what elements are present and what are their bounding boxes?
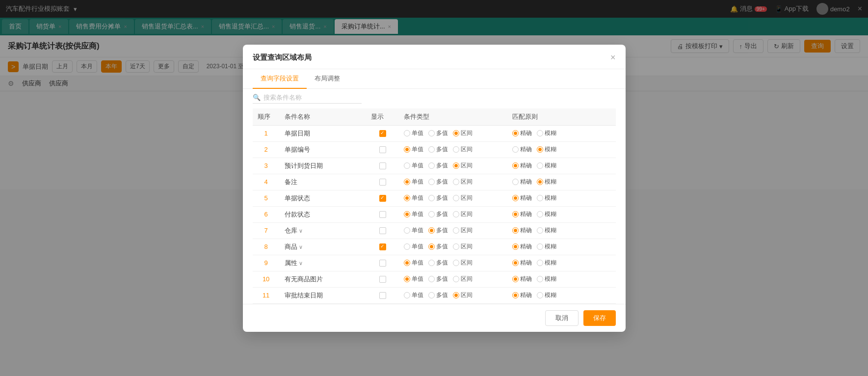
- row-1-match-精确[interactable]: 精确: [512, 129, 532, 137]
- row-3-match-模糊[interactable]: 模糊: [537, 161, 556, 170]
- row-4-match-模糊[interactable]: 模糊: [537, 178, 556, 186]
- row-4-name: 备注: [280, 174, 367, 189]
- row-4-match-精确-dot: [512, 179, 519, 185]
- row-1-type-区间[interactable]: 区间: [453, 129, 473, 137]
- row-4-type-group: 单值多值区间: [404, 178, 502, 186]
- modal-table-wrap: 顺序 条件名称 显示 条件类型 匹配原则 1单据日期单值多值区间精确模糊2单据编…: [243, 108, 626, 190]
- row-3-match-模糊-label: 模糊: [545, 161, 556, 170]
- row-1-type-区间-dot: [453, 130, 459, 136]
- row-4-order: 4: [253, 174, 280, 189]
- row-4-show-checkbox[interactable]: [379, 179, 386, 186]
- row-2-type-区间[interactable]: 区间: [453, 145, 473, 154]
- row-1-type-单值-label: 单值: [412, 129, 423, 137]
- row-3-type-区间[interactable]: 区间: [453, 161, 473, 170]
- row-1-type-多值-label: 多值: [436, 129, 448, 137]
- modal-tab-layout-label: 布局调整: [315, 75, 340, 82]
- row-1-match-模糊-label: 模糊: [545, 129, 556, 137]
- row-1-match-精确-label: 精确: [520, 129, 532, 137]
- modal-search-area: 🔍: [243, 89, 626, 108]
- row-2-match-模糊[interactable]: 模糊: [537, 145, 556, 154]
- row-4-order-num: 4: [264, 178, 267, 186]
- col-type-header: 条件类型: [399, 108, 507, 126]
- row-2-name: 单据编号: [280, 141, 367, 158]
- row-2-type-多值[interactable]: 多值: [428, 145, 448, 154]
- row-1-match-cell: 精确模糊: [507, 125, 616, 141]
- row-2-match-精确[interactable]: 精确: [512, 145, 532, 154]
- row-3-type-单值[interactable]: 单值: [404, 161, 423, 170]
- table-row: 4备注单值多值区间精确模糊: [253, 174, 616, 189]
- row-1-order-num: 1: [264, 130, 267, 137]
- row-1-type-group: 单值多值区间: [404, 129, 502, 137]
- row-4-type-单值-dot: [404, 179, 410, 185]
- row-2-type-多值-label: 多值: [436, 145, 448, 154]
- row-4-match-精确[interactable]: 精确: [512, 178, 532, 186]
- row-1-type-单值-dot: [404, 130, 410, 136]
- row-2-type-group: 单值多值区间: [404, 145, 502, 154]
- row-3-type-单值-label: 单值: [412, 161, 423, 170]
- row-3-type-单值-dot: [404, 162, 410, 169]
- row-4-match-精确-label: 精确: [520, 178, 532, 186]
- row-3-type-多值[interactable]: 多值: [428, 161, 448, 170]
- row-3-match-group: 精确模糊: [512, 161, 611, 170]
- modal-overlay: 设置查询区域布局 × 查询字段设置 布局调整 🔍 顺序: [0, 0, 868, 189]
- row-1-show-checkbox[interactable]: [379, 130, 386, 137]
- row-1-match-group: 精确模糊: [512, 129, 611, 137]
- row-3-match-cell: 精确模糊: [507, 158, 616, 174]
- row-1-type-单值[interactable]: 单值: [404, 129, 423, 137]
- row-2-show-cell: [366, 141, 398, 158]
- row-3-type-group: 单值多值区间: [404, 161, 502, 170]
- modal-header: 设置查询区域布局 ×: [243, 45, 626, 69]
- row-4-match-group: 精确模糊: [512, 178, 611, 186]
- modal-tab-layout[interactable]: 布局调整: [307, 69, 348, 89]
- row-4-match-模糊-label: 模糊: [545, 178, 556, 186]
- row-3-match-精确[interactable]: 精确: [512, 161, 532, 170]
- modal-table: 顺序 条件名称 显示 条件类型 匹配原则 1单据日期单值多值区间精确模糊2单据编…: [253, 108, 616, 190]
- row-3-name: 预计到货日期: [280, 158, 367, 174]
- row-3-type-区间-dot: [453, 162, 459, 169]
- row-2-type-多值-dot: [428, 146, 435, 153]
- row-3-order: 3: [253, 158, 280, 174]
- table-row: 1单据日期单值多值区间精确模糊: [253, 125, 616, 141]
- row-1-name: 单据日期: [280, 125, 367, 141]
- row-4-match-模糊-dot: [537, 179, 543, 185]
- modal-dialog: 设置查询区域布局 × 查询字段设置 布局调整 🔍 顺序: [243, 45, 626, 190]
- row-2-type-单值[interactable]: 单值: [404, 145, 423, 154]
- row-3-match-模糊-dot: [537, 162, 543, 169]
- col-match-header: 匹配原则: [507, 108, 616, 126]
- row-2-order-num: 2: [264, 146, 267, 153]
- row-1-type-多值[interactable]: 多值: [428, 129, 448, 137]
- row-2-match-group: 精确模糊: [512, 145, 611, 154]
- row-1-type-cell: 单值多值区间: [399, 125, 507, 141]
- row-3-show-checkbox[interactable]: [379, 162, 386, 169]
- row-2-match-精确-label: 精确: [520, 145, 532, 154]
- col-name-header: 条件名称: [280, 108, 367, 126]
- row-4-type-区间-label: 区间: [461, 178, 473, 186]
- search-input[interactable]: [263, 94, 362, 101]
- modal-tabs: 查询字段设置 布局调整: [243, 69, 626, 89]
- row-1-type-多值-dot: [428, 130, 435, 136]
- table-header-row: 顺序 条件名称 显示 条件类型 匹配原则: [253, 108, 616, 126]
- row-4-type-区间[interactable]: 区间: [453, 178, 473, 186]
- search-input-wrap: 🔍: [253, 94, 362, 104]
- modal-close-button[interactable]: ×: [610, 53, 616, 63]
- modal-tab-query-fields[interactable]: 查询字段设置: [253, 69, 307, 89]
- row-3-type-多值-dot: [428, 162, 435, 169]
- row-2-match-模糊-label: 模糊: [545, 145, 556, 154]
- row-3-type-多值-label: 多值: [436, 161, 448, 170]
- row-4-type-多值[interactable]: 多值: [428, 178, 448, 186]
- row-2-type-区间-dot: [453, 146, 459, 153]
- row-4-type-单值[interactable]: 单值: [404, 178, 423, 186]
- row-3-order-num: 3: [264, 162, 267, 169]
- row-3-match-精确-dot: [512, 162, 519, 169]
- row-2-type-cell: 单值多值区间: [399, 141, 507, 158]
- table-row: 3预计到货日期单值多值区间精确模糊: [253, 158, 616, 174]
- row-1-match-精确-dot: [512, 130, 519, 136]
- row-4-type-区间-dot: [453, 179, 459, 185]
- row-1-show-cell: [366, 125, 398, 141]
- row-1-match-模糊[interactable]: 模糊: [537, 129, 556, 137]
- row-2-show-checkbox[interactable]: [379, 146, 386, 153]
- row-4-type-cell: 单值多值区间: [399, 174, 507, 189]
- row-2-match-模糊-dot: [537, 146, 543, 153]
- row-1-match-模糊-dot: [537, 130, 543, 136]
- row-3-match-精确-label: 精确: [520, 161, 532, 170]
